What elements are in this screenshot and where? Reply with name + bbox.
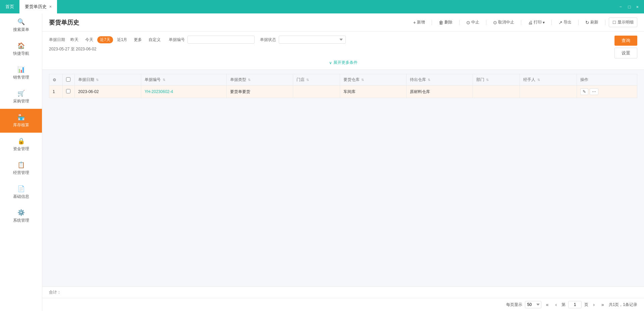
table-header-row: ⚙ 单据日期 ⇅ 单据编号 ⇅ 单据类型 ⇅ xyxy=(49,74,637,86)
date-shortcuts: 昨天 今天 近7天 近1月 更多 自定义 xyxy=(68,36,163,43)
show-detail-checkbox: ☐ xyxy=(612,20,616,25)
window-close-btn[interactable]: × xyxy=(636,4,639,9)
td-pending-warehouse: 原材料仓库 xyxy=(406,86,473,98)
divider-5 xyxy=(551,20,552,25)
expand-more-btn[interactable]: ∨ 展开更多条件 xyxy=(49,58,637,67)
show-detail-button[interactable]: ☐ 显示明细 xyxy=(609,17,637,27)
sidebar-item-inventory-calc[interactable]: 🏪 库存核算 xyxy=(0,109,42,133)
sidebar-item-basic-info[interactable]: 📄 基础信息 xyxy=(0,180,42,204)
status-filter-select[interactable] xyxy=(279,36,346,44)
tab-home[interactable]: 首页 xyxy=(0,0,19,13)
page-number-input[interactable] xyxy=(568,301,582,308)
th-order-date[interactable]: 单据日期 ⇅ xyxy=(75,74,141,86)
date-shortcut-last1month[interactable]: 近1月 xyxy=(114,36,130,43)
table-header: ⚙ 单据日期 ⇅ 单据编号 ⇅ 单据类型 ⇅ xyxy=(49,74,637,86)
sidebar-item-operations-mgmt-label: 经营管理 xyxy=(13,170,29,176)
total-info: 共1页，1条记录 xyxy=(609,302,637,308)
row-edit-button[interactable]: ✎ xyxy=(580,88,588,95)
refresh-button[interactable]: ↻ 刷新 xyxy=(582,18,602,27)
date-shortcut-yesterday[interactable]: 昨天 xyxy=(68,36,81,43)
order-no-input[interactable] xyxy=(187,36,255,44)
td-checkbox[interactable] xyxy=(63,86,75,98)
new-icon: + xyxy=(413,20,416,25)
sidebar-item-operations-mgmt[interactable]: 📋 经营管理 xyxy=(0,157,42,180)
divider-2 xyxy=(459,20,460,25)
sidebar: 🔍 搜索菜单 🏠 快捷导航 📊 销售管理 🛒 采购管理 🏪 库存核算 🔒 资金管… xyxy=(0,13,42,311)
order-no-filter-group: 单据编号 xyxy=(169,36,255,44)
window-maximize-btn[interactable]: □ xyxy=(628,4,631,9)
query-buttons: 查询 设置 xyxy=(614,36,637,58)
sidebar-item-quick-nav[interactable]: 🏠 快捷导航 xyxy=(0,37,42,61)
status-filter-label: 单据状态 xyxy=(260,37,276,43)
th-pending-warehouse-sort-icon: ⇅ xyxy=(428,78,430,82)
window-minimize-btn[interactable]: － xyxy=(619,4,623,10)
tab-order-history[interactable]: 要货单历史 × xyxy=(19,0,57,13)
td-handler xyxy=(520,86,577,98)
new-button[interactable]: + 新增 xyxy=(410,18,428,27)
th-order-type-sort-icon: ⇅ xyxy=(248,78,251,82)
th-order-no[interactable]: 单据编号 ⇅ xyxy=(141,74,226,86)
filter-settings-button[interactable]: 设置 xyxy=(614,48,637,58)
tab-close-icon[interactable]: × xyxy=(49,4,52,9)
order-no-link[interactable]: YH-20230602-4 xyxy=(145,89,173,94)
th-department[interactable]: 部门 ⇅ xyxy=(473,74,520,86)
show-detail-label: 显示明细 xyxy=(618,19,634,25)
export-label: 导出 xyxy=(564,19,572,25)
stop-button[interactable]: ⊙ 中止 xyxy=(463,18,483,27)
cancel-stop-button[interactable]: ⊙ 取消中止 xyxy=(490,18,518,27)
content-area: 要货单历史 + 新增 🗑 删除 ⊙ 中止 ⊙ xyxy=(42,13,644,311)
row-checkbox[interactable] xyxy=(66,89,70,93)
print-label: 打印 xyxy=(534,19,542,25)
date-shortcut-last7days[interactable]: 近7天 xyxy=(97,36,113,43)
th-checkbox[interactable] xyxy=(63,74,75,86)
sidebar-item-finance-mgmt[interactable]: 🔒 资金管理 xyxy=(0,133,42,157)
th-handler[interactable]: 经手人 ⇅ xyxy=(520,74,577,86)
next-page-button[interactable]: › xyxy=(591,301,597,308)
sales-mgmt-icon: 📊 xyxy=(17,66,25,73)
th-req-warehouse[interactable]: 要货仓库 ⇅ xyxy=(340,74,406,86)
divider-1 xyxy=(432,20,432,25)
top-bar-right: － □ × xyxy=(619,4,644,10)
sidebar-item-search-menu-label: 搜索菜单 xyxy=(13,27,29,33)
print-button[interactable]: 🖨 打印 ▾ xyxy=(525,18,548,27)
date-filter-label: 单据日期 xyxy=(49,37,65,43)
refresh-label: 刷新 xyxy=(590,19,598,25)
date-shortcut-custom[interactable]: 自定义 xyxy=(146,36,163,43)
delete-button[interactable]: 🗑 删除 xyxy=(435,18,456,27)
row-more-button[interactable]: ⋯ xyxy=(590,88,598,95)
sidebar-item-purchase-mgmt[interactable]: 🛒 采购管理 xyxy=(0,85,42,109)
cancel-stop-label: 取消中止 xyxy=(498,19,514,25)
new-label: 新增 xyxy=(417,19,425,25)
query-button[interactable]: 查询 xyxy=(614,36,637,46)
date-shortcut-today[interactable]: 今天 xyxy=(83,36,96,43)
sidebar-item-sales-mgmt[interactable]: 📊 销售管理 xyxy=(0,61,42,85)
td-req-warehouse: 车间库 xyxy=(340,86,406,98)
finance-mgmt-icon: 🔒 xyxy=(17,137,25,145)
th-req-warehouse-sort-icon: ⇅ xyxy=(361,78,364,82)
export-button[interactable]: ↗ 导出 xyxy=(555,18,575,27)
th-order-type[interactable]: 单据类型 ⇅ xyxy=(226,74,293,86)
last-page-button[interactable]: » xyxy=(599,301,606,308)
select-all-checkbox[interactable] xyxy=(66,77,70,82)
th-store[interactable]: 门店 ⇅ xyxy=(293,74,340,86)
td-department xyxy=(473,86,520,98)
th-settings[interactable]: ⚙ xyxy=(49,74,63,86)
td-row-index: 1 xyxy=(49,86,63,98)
prev-page-button[interactable]: ‹ xyxy=(553,301,559,308)
th-order-no-label: 单据编号 xyxy=(145,77,161,82)
page-size-select[interactable]: 20 50 100 200 xyxy=(525,301,541,308)
sidebar-item-system-mgmt[interactable]: ⚙️ 系统管理 xyxy=(0,204,42,228)
delete-label: 删除 xyxy=(444,19,452,25)
date-shortcut-more[interactable]: 更多 xyxy=(131,36,145,43)
th-handler-sort-icon: ⇅ xyxy=(537,78,540,82)
data-table: ⚙ 单据日期 ⇅ 单据编号 ⇅ 单据类型 ⇅ xyxy=(49,74,637,98)
th-pending-warehouse[interactable]: 待出仓库 ⇅ xyxy=(406,74,473,86)
first-page-button[interactable]: « xyxy=(544,301,551,308)
operations-mgmt-icon: 📋 xyxy=(17,161,25,169)
sidebar-item-search-menu[interactable]: 🔍 搜索菜单 xyxy=(0,13,42,37)
search-menu-icon: 🔍 xyxy=(17,18,25,26)
th-handler-label: 经手人 xyxy=(523,77,535,82)
sidebar-item-quick-nav-label: 快捷导航 xyxy=(13,51,29,56)
th-order-date-label: 单据日期 xyxy=(78,77,94,82)
th-department-sort-icon: ⇅ xyxy=(486,78,489,82)
